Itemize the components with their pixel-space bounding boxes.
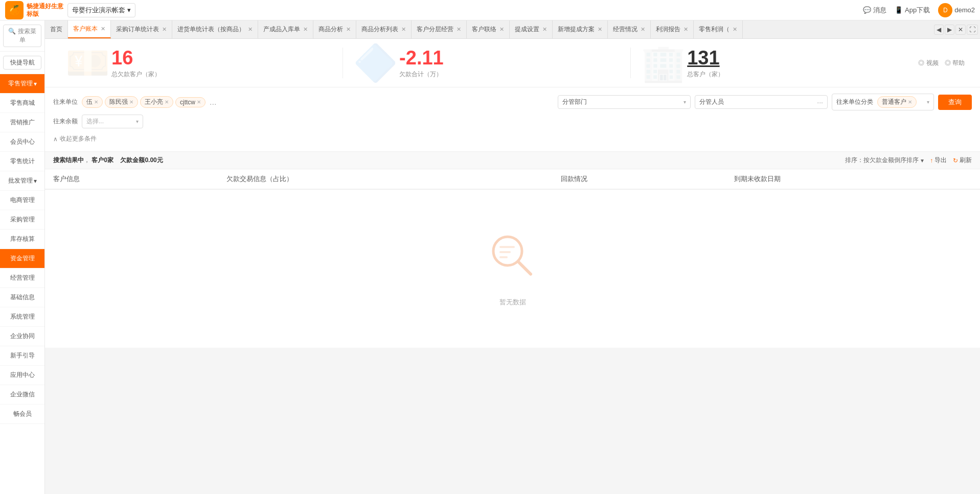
- filter-balance-select[interactable]: 选择... ▾: [82, 115, 143, 128]
- stat-number-debt-total: -2.11: [399, 47, 444, 69]
- collapse-area: ∧ 收起更多条件: [53, 132, 972, 145]
- sidebar-item-retail-stat[interactable]: 零售统计: [0, 152, 44, 171]
- tab-close-new-raise-plan[interactable]: ✕: [598, 26, 602, 33]
- filter-tag-close-chenminqiang[interactable]: ✕: [129, 99, 133, 105]
- sidebar-item-marketing[interactable]: 营销推广: [0, 113, 44, 132]
- filter-category-select[interactable]: 往来单位分类 普通客户 ✕ ▾: [832, 94, 934, 110]
- svg-rect-3: [499, 251, 511, 253]
- stat-label-debt-customers: 总欠款客户（家）: [111, 70, 161, 79]
- tab-purchase-stat[interactable]: 进货单统计表（按商品） ✕: [172, 20, 258, 38]
- tab-fullscreen-btn[interactable]: ⛶: [967, 25, 978, 35]
- filter-tag-close-cjttcw[interactable]: ✕: [197, 99, 201, 105]
- sidebar-item-new-guide[interactable]: 新手引导: [0, 346, 44, 366]
- stat-bg-icon-3: 🏢: [641, 42, 686, 84]
- tab-close-profit-report[interactable]: ✕: [683, 26, 688, 33]
- sidebar-item-retail[interactable]: 零售管理 ▾: [0, 74, 44, 94]
- filter-tag-close-wu[interactable]: ✕: [94, 99, 98, 105]
- tab-prev-btn[interactable]: ◀: [934, 25, 944, 35]
- filter-dept-select[interactable]: 分管部门 ▾: [558, 95, 691, 109]
- tab-bar: 首页 客户账本 ✕ 采购订单统计表 ✕ 进货单统计表（按商品） ✕ 产成品入库单…: [45, 20, 980, 39]
- tab-profit-report[interactable]: 利润报告 ✕: [651, 20, 694, 38]
- video-help-btn[interactable]: ◎ 视频: [918, 59, 938, 68]
- user-menu[interactable]: D demo2: [938, 3, 975, 17]
- app-download-btn[interactable]: 📱 App下载: [895, 6, 930, 15]
- stat-label-total-customers: 总客户（家）: [687, 70, 724, 79]
- tab-close-purchase-stat[interactable]: ✕: [248, 26, 253, 33]
- help-area: ◎ 视频 ◎ 帮助: [918, 59, 970, 68]
- empty-state-text: 暂无数据: [499, 298, 526, 307]
- tab-close-purchase-order[interactable]: ✕: [162, 26, 167, 33]
- stat-number-total-customers[interactable]: 131: [687, 47, 724, 69]
- tab-customer-contact[interactable]: 客户联络 ✕: [467, 20, 510, 38]
- message-btn[interactable]: 💬 消息: [863, 6, 886, 15]
- sidebar-item-enterprise[interactable]: 企业协同: [0, 327, 44, 346]
- sidebar-item-basic-info[interactable]: 基础信息: [0, 288, 44, 307]
- filter-manager-select[interactable]: 分管人员 ···: [695, 95, 828, 109]
- sidebar-item-ecommerce[interactable]: 电商管理: [0, 191, 44, 210]
- tab-close-product-in[interactable]: ✕: [303, 26, 308, 33]
- search-menu-btn[interactable]: 🔍 搜索菜单: [3, 25, 41, 47]
- sidebar-item-batch[interactable]: 批发管理 ▾: [0, 171, 44, 191]
- tab-close-raise-setting[interactable]: ✕: [542, 26, 547, 33]
- tab-close-product-analysis[interactable]: ✕: [346, 26, 351, 33]
- sidebar-item-vip[interactable]: 畅会员: [0, 405, 44, 424]
- export-btn[interactable]: ↑ 导出: [930, 156, 947, 165]
- filter-category-tag: 普通客户 ✕: [877, 96, 917, 108]
- chevron-down-icon: ▾: [127, 6, 131, 14]
- tab-customer-cost[interactable]: 客户账本 ✕: [68, 20, 111, 38]
- col-debt-trade: 欠款交易信息（占比）: [218, 169, 553, 189]
- tab-product-analysis-list[interactable]: 商品分析列表 ✕: [356, 20, 412, 38]
- filter-row-2: 往来余额 选择... ▾: [53, 115, 972, 128]
- tab-product-in[interactable]: 产成品入库单 ✕: [258, 20, 313, 38]
- filter-tag-close-wangxiaoliang[interactable]: ✕: [165, 99, 169, 105]
- empty-state-cell: 暂无数据: [45, 189, 980, 348]
- filter-tag-chenminqiang: 陈民强 ✕: [105, 96, 138, 108]
- sidebar-item-purchase[interactable]: 采购管理: [0, 210, 44, 230]
- page-content: 💴 16 总欠款客户（家） 🔷 -2.11 欠款合计（万）: [45, 39, 980, 494]
- chevron-down-icon: ▾: [34, 177, 37, 185]
- tab-close-all-btn[interactable]: ✕: [955, 25, 966, 35]
- filter-manager-dots[interactable]: ···: [817, 98, 823, 106]
- table-empty-row: 暂无数据: [45, 189, 980, 348]
- sort-select[interactable]: 排序：按欠款金额倒序排序 ▾: [845, 156, 924, 165]
- query-btn[interactable]: 查询: [938, 95, 972, 110]
- refresh-btn[interactable]: ↻ 刷新: [953, 156, 972, 165]
- tab-product-analysis[interactable]: 商品分析 ✕: [313, 20, 356, 38]
- tab-home[interactable]: 首页: [45, 20, 68, 38]
- tab-raise-setting[interactable]: 提成设置 ✕: [510, 20, 553, 38]
- tab-close-operation-status[interactable]: ✕: [641, 26, 645, 33]
- empty-state: 暂无数据: [45, 190, 980, 348]
- tab-nav-btns: ◀ ▶ ✕ ⛶: [932, 25, 980, 35]
- tab-close-retail-profit[interactable]: ✕: [733, 26, 737, 33]
- tab-retail-profit[interactable]: 零售利润（ ✕: [694, 20, 743, 38]
- chevron-down-icon: ▾: [34, 80, 37, 87]
- sidebar-item-member[interactable]: 会员中心: [0, 132, 44, 152]
- tab-operation-status[interactable]: 经营情况 ✕: [608, 20, 651, 38]
- sidebar-item-operation[interactable]: 经营管理: [0, 268, 44, 288]
- filter-category-tag-close[interactable]: ✕: [908, 99, 912, 105]
- filter-area: 往来单位 伍 ✕ 陈民强 ✕ 王小亮: [45, 87, 980, 152]
- sidebar-item-app-center[interactable]: 应用中心: [0, 366, 44, 385]
- sidebar-item-wechat[interactable]: 企业微信: [0, 385, 44, 405]
- quick-nav-btn[interactable]: 快捷导航: [3, 56, 41, 70]
- collapse-btn[interactable]: ∧ 收起更多条件: [53, 134, 972, 143]
- tab-close-customer-contact[interactable]: ✕: [499, 26, 504, 33]
- tab-new-raise-plan[interactable]: 新增提成方案 ✕: [553, 20, 608, 38]
- logo-icon: 🍊: [5, 1, 24, 19]
- sidebar-item-system[interactable]: 系统管理: [0, 307, 44, 327]
- tab-customer-tier[interactable]: 客户分层经营 ✕: [412, 20, 467, 38]
- sidebar-item-inventory[interactable]: 库存核算: [0, 230, 44, 249]
- tab-close-customer-tier[interactable]: ✕: [457, 26, 461, 33]
- results-actions: 排序：按欠款金额倒序排序 ▾ ↑ 导出 ↻ 刷新: [845, 156, 972, 165]
- tab-close-product-analysis-list[interactable]: ✕: [401, 26, 406, 33]
- tab-purchase-order[interactable]: 采购订单统计表 ✕: [111, 20, 172, 38]
- filter-more-tags[interactable]: ...: [208, 98, 218, 107]
- filter-balance-chevron: ▾: [136, 119, 139, 124]
- tab-close-customer-cost[interactable]: ✕: [101, 26, 105, 32]
- filter-tag-wu: 伍 ✕: [82, 96, 103, 108]
- help-btn[interactable]: ◎ 帮助: [945, 59, 965, 68]
- sidebar-item-retail-mall[interactable]: 零售商城: [0, 94, 44, 113]
- tab-next-btn[interactable]: ▶: [945, 25, 954, 35]
- store-selector[interactable]: 母婴行业演示帐套 ▾: [67, 3, 135, 17]
- sidebar-item-capital[interactable]: 资金管理: [0, 249, 44, 268]
